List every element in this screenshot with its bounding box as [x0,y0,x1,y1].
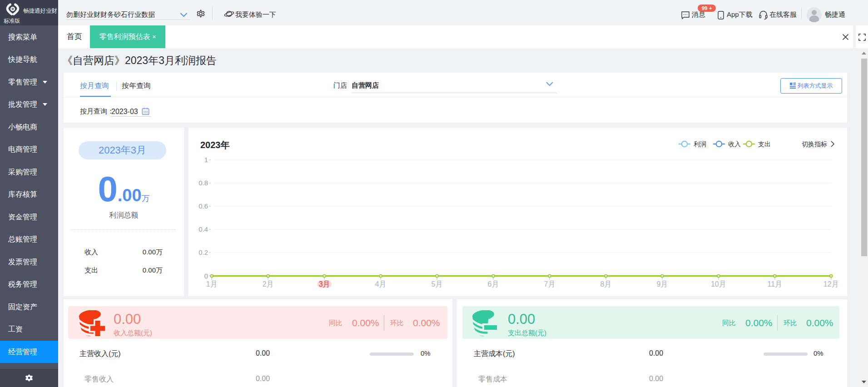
svg-text:7月: 7月 [544,280,556,288]
svg-text:1月: 1月 [206,280,218,288]
svg-text:1: 1 [204,156,208,164]
svg-text:收入: 收入 [728,140,741,148]
svg-text:12月: 12月 [823,280,839,288]
svg-text:0.6: 0.6 [198,202,208,210]
svg-text:0.8: 0.8 [198,179,208,187]
svg-text:支出: 支出 [758,140,771,148]
svg-text:0.4: 0.4 [198,225,208,233]
svg-text:8月: 8月 [600,280,611,288]
svg-text:6月: 6月 [488,280,499,288]
svg-text:切换指标: 切换指标 [802,140,827,148]
svg-text:9月: 9月 [656,280,668,288]
svg-text:利润: 利润 [694,140,706,148]
svg-text:0: 0 [204,272,208,280]
svg-text:10月: 10月 [711,280,726,288]
svg-text:4月: 4月 [375,280,387,288]
svg-text:5月: 5月 [432,280,443,288]
svg-text:11月: 11月 [767,280,782,288]
svg-text:3月: 3月 [319,280,330,288]
svg-text:2月: 2月 [263,280,274,288]
svg-text:0.2: 0.2 [198,248,208,256]
